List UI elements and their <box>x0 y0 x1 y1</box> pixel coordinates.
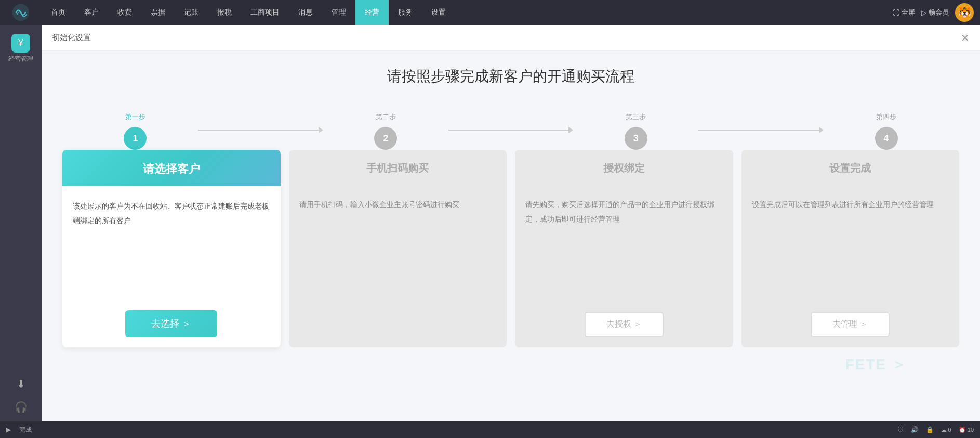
nav-right-area: ⛶ 全屏 ▷ 畅会员 🐯 <box>893 3 974 22</box>
connector-3-4 <box>698 127 824 133</box>
sidebar-bottom: ⬇ 🎧 <box>11 375 30 421</box>
connector-arrow <box>819 127 824 133</box>
member-label: 畅会员 <box>929 8 949 17</box>
step-2-card-footer <box>289 327 507 347</box>
step-3-card-footer: 去授权 ＞ <box>515 301 733 347</box>
step-3-card-title: 授权绑定 <box>515 150 733 185</box>
top-navigation: 首页 客户 收费 票据 记账 报税 工商项目 消息 管理 经营 服务 设置 ⛶ … <box>0 0 980 25</box>
download-icon[interactable]: ⬇ <box>11 375 30 393</box>
sidebar-item-label: 经营管理 <box>8 55 33 63</box>
step-3-header: 第三步 3 <box>573 112 698 150</box>
step-2-card-title: 手机扫码购买 <box>289 150 507 185</box>
step-3-card-body: 请先购买，购买后选择开通的产品中的企业用户进行授权绑定，成功后即可进行经营管理 <box>515 185 733 301</box>
wizard-area: 请按照步骤完成新客户的开通购买流程 第一步 1 第二步 2 <box>42 51 980 363</box>
shield-icon: 🛡 <box>897 426 904 433</box>
status-bar-right: 🛡 🔊 🔒 ☁ 0 ⏰ 10 <box>897 426 974 433</box>
step-2-label: 第二步 <box>376 112 396 122</box>
step-1-card-title: 请选择客户 <box>62 150 281 186</box>
nav-bills[interactable]: 票据 <box>141 0 175 25</box>
step-4-header: 第四步 4 <box>824 112 949 150</box>
avatar[interactable]: 🐯 <box>955 3 974 22</box>
close-button[interactable]: ✕ <box>961 32 970 44</box>
connector-line <box>698 130 819 131</box>
nav-management[interactable]: 管理 <box>322 0 355 25</box>
status-text: 完成 <box>19 426 32 434</box>
connector-2-3 <box>448 127 574 133</box>
step-4-label: 第四步 <box>876 112 896 122</box>
nav-settings[interactable]: 设置 <box>422 0 455 25</box>
step-4-card: 设置完成 设置完成后可以在管理列表进行所有企业用户的经营管理 去管理 ＞ <box>741 150 960 347</box>
play-icon: ▷ <box>921 9 926 17</box>
nav-business[interactable]: 工商项目 <box>241 0 289 25</box>
step-1-action-button[interactable]: 去选择 ＞ <box>125 310 217 337</box>
step-3-action-button[interactable]: 去授权 ＞ <box>585 312 664 337</box>
nav-services[interactable]: 服务 <box>389 0 422 25</box>
connector-line <box>198 130 319 131</box>
operations-icon: ¥ <box>11 34 30 53</box>
step-2-card: 手机扫码购买 请用手机扫码，输入小微企业主账号密码进行购买 <box>289 150 507 347</box>
step-4-card-footer: 去管理 ＞ <box>741 301 960 347</box>
step-2-circle: 2 <box>374 127 397 150</box>
clock-icon: ⏰ 10 <box>959 427 974 433</box>
cloud-icon: ☁ 0 <box>941 427 951 433</box>
step-2-header: 第二步 2 <box>323 112 448 150</box>
member-button[interactable]: ▷ 畅会员 <box>921 8 949 17</box>
step-4-circle: 4 <box>875 127 898 150</box>
page-header: 初始化设置 ✕ <box>42 25 980 51</box>
step-1-label: 第一步 <box>125 112 145 122</box>
fete-watermark: FETE ＞ <box>845 355 907 375</box>
step-4-card-body: 设置完成后可以在管理列表进行所有企业用户的经营管理 <box>741 185 960 301</box>
step-1-card-body: 该处展示的客户为不在回收站、客户状态正常建账后完成老板端绑定的所有客户 <box>62 186 281 300</box>
volume-icon: 🔊 <box>911 426 919 433</box>
nav-menu: 首页 客户 收费 票据 记账 报税 工商项目 消息 管理 经营 服务 设置 <box>42 0 893 25</box>
connector-arrow <box>319 127 323 133</box>
connector-arrow <box>568 127 573 133</box>
step-3-card: 授权绑定 请先购买，购买后选择开通的产品中的企业用户进行授权绑定，成功后即可进行… <box>515 150 733 347</box>
connector-line <box>448 130 569 131</box>
status-bar: ▶ 完成 🛡 🔊 🔒 ☁ 0 ⏰ 10 <box>0 421 980 438</box>
step-1-circle: 1 <box>124 127 147 150</box>
step-1-header: 第一步 1 <box>73 112 198 150</box>
nav-customer[interactable]: 客户 <box>75 0 108 25</box>
step-2-card-body: 请用手机扫码，输入小微企业主账号密码进行购买 <box>289 185 507 327</box>
step-3-circle: 3 <box>625 127 647 150</box>
page-title: 初始化设置 <box>52 33 91 43</box>
step-1-card: 请选择客户 该处展示的客户为不在回收站、客户状态正常建账后完成老板端绑定的所有客… <box>62 150 281 347</box>
app-logo <box>0 0 42 25</box>
nav-tax[interactable]: 报税 <box>208 0 241 25</box>
main-content: 初始化设置 ✕ 请按照步骤完成新客户的开通购买流程 第一步 1 第二步 2 <box>42 25 980 421</box>
nav-accounting[interactable]: 记账 <box>175 0 208 25</box>
left-sidebar: ¥ 经营管理 ⬇ 🎧 <box>0 25 42 421</box>
step-3-label: 第三步 <box>626 112 646 122</box>
headset-icon[interactable]: 🎧 <box>11 397 30 416</box>
wizard-title: 请按照步骤完成新客户的开通购买流程 <box>62 67 959 86</box>
step-4-card-title: 设置完成 <box>741 150 960 185</box>
lock-icon: 🔒 <box>926 426 934 433</box>
step-4-action-button[interactable]: 去管理 ＞ <box>811 312 890 337</box>
fullscreen-label: 全屏 <box>902 8 915 17</box>
connector-1-2 <box>198 127 323 133</box>
play-button[interactable]: ▶ <box>6 426 11 433</box>
nav-fees[interactable]: 收费 <box>108 0 141 25</box>
step-1-card-footer: 去选择 ＞ <box>62 300 281 347</box>
nav-messages[interactable]: 消息 <box>289 0 322 25</box>
fullscreen-button[interactable]: ⛶ 全屏 <box>893 8 915 17</box>
fullscreen-icon: ⛶ <box>893 9 899 17</box>
cards-row: 请选择客户 该处展示的客户为不在回收站、客户状态正常建账后完成老板端绑定的所有客… <box>62 150 959 347</box>
nav-operations[interactable]: 经营 <box>355 0 389 25</box>
nav-home[interactable]: 首页 <box>42 0 75 25</box>
sidebar-item-operations[interactable]: ¥ 经营管理 <box>0 30 42 67</box>
